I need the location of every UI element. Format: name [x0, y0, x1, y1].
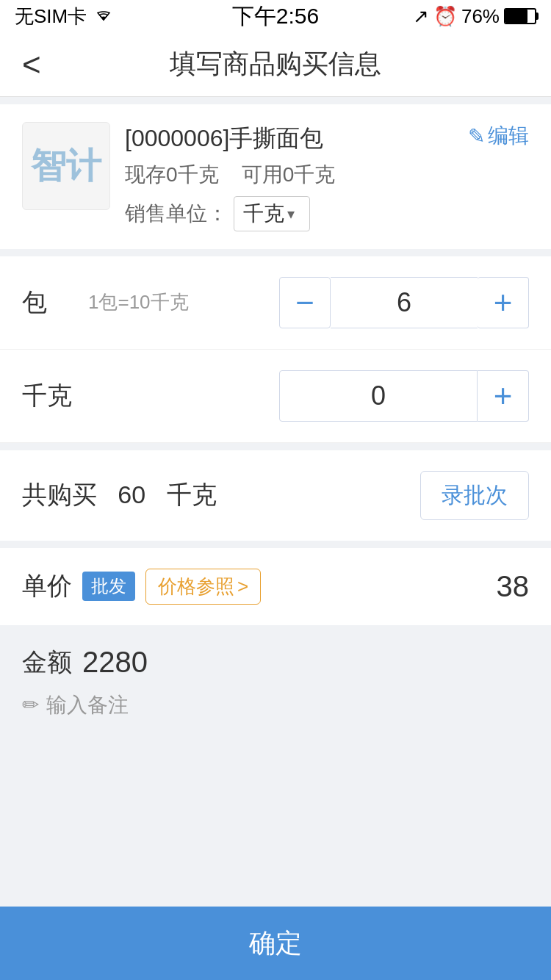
quantity-section: 包 1包=10千克 − + 千克 +: [0, 256, 551, 443]
product-logo: 智计: [31, 143, 101, 190]
kg-increase-button[interactable]: +: [478, 370, 529, 422]
kg-quantity-input[interactable]: [279, 370, 478, 422]
unit-dropdown[interactable]: 千克: [234, 196, 310, 231]
note-row[interactable]: ✏ 输入备注: [22, 691, 529, 719]
amount-section: 金额 2280 ✏ 输入备注: [0, 625, 551, 731]
status-time: 下午2:56: [232, 1, 319, 32]
price-badge: 批发: [82, 572, 135, 601]
price-ref-button[interactable]: 价格参照 >: [145, 569, 261, 605]
bao-hint: 1包=10千克: [88, 289, 279, 315]
price-label: 单价: [22, 569, 72, 603]
bao-quantity-control: − +: [279, 277, 529, 328]
battery-icon: [504, 8, 536, 24]
page-title: 填写商品购买信息: [170, 46, 381, 82]
product-info: [0000006]手撕面包 ✎ 编辑 现存0千克 可用0千克 销售单位： 千克: [125, 122, 529, 231]
price-section: 单价 批发 价格参照 > 38: [0, 548, 551, 625]
bao-label: 包: [22, 286, 81, 320]
batch-button[interactable]: 录批次: [420, 471, 529, 520]
amount-label: 金额: [22, 646, 72, 680]
total-amount: 60: [118, 480, 145, 508]
kg-label: 千克: [22, 379, 81, 413]
back-button[interactable]: <: [22, 48, 41, 81]
unit-value: 千克: [243, 200, 284, 228]
total-prefix: 共购买: [22, 480, 97, 508]
edit-icon: ✎: [468, 124, 485, 148]
location-icon: ↗: [413, 5, 429, 28]
edit-label: 编辑: [488, 122, 529, 150]
unit-label: 销售单位：: [125, 200, 228, 228]
carrier-label: 无SIM卡: [15, 4, 87, 29]
product-stock: 现存0千克 可用0千克: [125, 161, 529, 189]
price-ref-arrow: >: [237, 575, 248, 598]
amount-row: 金额 2280: [22, 646, 529, 680]
bao-increase-button[interactable]: +: [478, 277, 529, 328]
price-value: 38: [497, 570, 530, 603]
amount-value: 2280: [82, 646, 148, 679]
product-name: [0000006]手撕面包: [125, 122, 323, 155]
status-bar: 无SIM卡 下午2:56 ↗ ⏰ 76%: [0, 0, 551, 32]
battery-percent: 76%: [461, 5, 500, 28]
edit-button[interactable]: ✎ 编辑: [468, 122, 529, 150]
note-placeholder: 输入备注: [46, 691, 129, 719]
bao-quantity-input[interactable]: [331, 277, 478, 328]
total-unit: 千克: [167, 480, 217, 508]
product-card: 智计 [0000006]手撕面包 ✎ 编辑 现存0千克 可用0千克 销售单位： …: [0, 104, 551, 249]
kg-quantity-control: +: [279, 370, 529, 422]
available-value: 可用0千克: [242, 163, 336, 186]
total-text: 共购买 60 千克: [22, 478, 217, 512]
status-right: ↗ ⏰ 76%: [413, 5, 536, 28]
total-row: 共购买 60 千克 录批次: [0, 450, 551, 541]
quantity-kg-row: 千克 +: [0, 350, 551, 443]
product-header: [0000006]手撕面包 ✎ 编辑: [125, 122, 529, 155]
price-row: 单价 批发 价格参照 > 38: [22, 569, 529, 605]
wifi-icon: [93, 5, 115, 28]
confirm-bar[interactable]: 确定: [0, 907, 551, 980]
product-image: 智计: [22, 122, 110, 210]
nav-bar: < 填写商品购买信息: [0, 32, 551, 97]
bao-decrease-button[interactable]: −: [279, 277, 331, 328]
stock-value: 现存0千克: [125, 163, 219, 186]
quantity-bao-row: 包 1包=10千克 − +: [0, 256, 551, 350]
product-unit-row: 销售单位： 千克: [125, 196, 529, 231]
price-ref-label: 价格参照: [158, 574, 234, 599]
pencil-icon: ✏: [22, 693, 39, 717]
confirm-button-label: 确定: [249, 926, 302, 962]
status-left: 无SIM卡: [15, 4, 115, 29]
alarm-icon: ⏰: [433, 5, 457, 28]
